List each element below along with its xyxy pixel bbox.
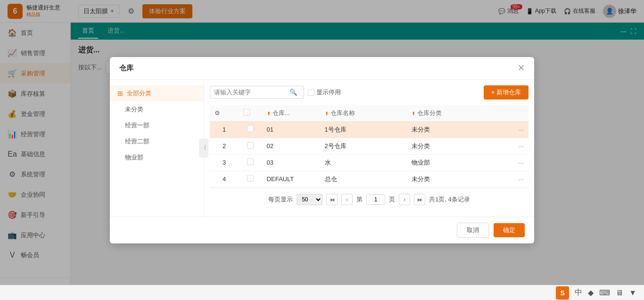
row-num: 1 <box>210 121 239 138</box>
row-actions: ··· <box>494 171 528 187</box>
table-row[interactable]: 3 03 水 物业部 ··· <box>210 154 528 171</box>
table-body: 1 01 1号仓库 未分类 ··· 2 02 2号仓库 未分类 ··· 3 03… <box>210 121 528 187</box>
total-info: 共1页, 4条记录 <box>429 195 470 204</box>
page-prev-button[interactable]: ‹ <box>341 194 353 205</box>
modal-right-content: 🔍 显示停用 + 新增仓库 ⚙ <box>204 80 534 217</box>
tree-collapse-button[interactable]: 《 <box>199 139 208 158</box>
modal-search-bar: 🔍 显示停用 + 新增仓库 <box>210 85 528 100</box>
modal-close-button[interactable]: ✕ <box>518 64 525 72</box>
modal-title: 仓库 <box>119 64 133 73</box>
tree-item-operation1[interactable]: 经营一部 <box>110 117 204 133</box>
table-container: ⚙ ⬆仓库... ⬆仓库名称 <box>210 105 528 188</box>
modal-body: 《 ⊞ 全部分类 未分类 经营一部 经营二部 物业部 🔍 <box>110 80 534 217</box>
ellipsis-button[interactable]: ··· <box>518 159 524 167</box>
per-page-label: 每页显示 <box>268 195 293 204</box>
page-last-button[interactable]: ⏭ <box>414 194 425 205</box>
monitor-icon[interactable]: 🖥 <box>616 289 623 297</box>
show-disabled-label[interactable]: 显示停用 <box>308 88 341 97</box>
row-num: 3 <box>210 154 239 171</box>
modal-overlay: 仓库 ✕ 《 ⊞ 全部分类 未分类 经营一部 经营二部 物业部 <box>0 0 644 300</box>
page-next-button[interactable]: › <box>399 194 410 205</box>
row-num: 2 <box>210 138 239 154</box>
row-actions: ··· <box>494 138 528 154</box>
search-input-wrap: 🔍 <box>210 86 304 99</box>
col-cat-header: ⬆仓库分类 <box>407 105 494 122</box>
row-checkbox-cell <box>239 171 262 187</box>
search-button[interactable]: 🔍 <box>286 86 301 98</box>
row-code: 03 <box>262 154 320 171</box>
ellipsis-button[interactable]: ··· <box>518 126 524 133</box>
row-num: 4 <box>210 171 239 187</box>
row-checkbox[interactable] <box>247 158 254 165</box>
row-checkbox-cell <box>239 138 262 154</box>
row-code: DEFAULT <box>262 171 320 187</box>
page-first-button[interactable]: ⏮ <box>326 194 338 205</box>
page-label2: 页 <box>389 195 395 204</box>
warehouse-modal: 仓库 ✕ 《 ⊞ 全部分类 未分类 经营一部 经营二部 物业部 <box>110 57 534 243</box>
keyboard-icon[interactable]: ⌨ <box>599 288 610 297</box>
bottom-bar: S 中 ◆ ⌨ 🖥 ▼ <box>0 285 644 300</box>
table-row[interactable]: 4 DEFAULT 总仓 未分类 ··· <box>210 171 528 187</box>
tree-item-unclassified[interactable]: 未分类 <box>110 101 204 117</box>
row-name: 1号仓库 <box>320 121 407 138</box>
diamond-icon[interactable]: ◆ <box>588 288 594 297</box>
table-row[interactable]: 1 01 1号仓库 未分类 ··· <box>210 121 528 138</box>
col-extra-header <box>494 105 528 122</box>
tree-item-property[interactable]: 物业部 <box>110 150 204 166</box>
table-header: ⚙ ⬆仓库... ⬆仓库名称 <box>210 105 528 122</box>
col-code-header: ⬆仓库... <box>262 105 320 122</box>
s-logo: S <box>556 286 569 300</box>
sort-icon2: ⬆ <box>325 111 329 116</box>
modal-footer: 取消 确定 <box>110 217 534 243</box>
row-actions: ··· <box>494 121 528 138</box>
row-checkbox[interactable] <box>247 125 254 132</box>
row-checkbox-cell <box>239 121 262 138</box>
row-category: 未分类 <box>407 138 494 154</box>
add-warehouse-button[interactable]: + 新增仓库 <box>484 85 528 100</box>
warehouse-table: ⚙ ⬆仓库... ⬆仓库名称 <box>210 105 528 188</box>
row-checkbox[interactable] <box>247 142 254 149</box>
row-checkbox-cell <box>239 154 262 171</box>
row-code: 02 <box>262 138 320 154</box>
tree-item-operation2[interactable]: 经营二部 <box>110 133 204 150</box>
modal-header: 仓库 ✕ <box>110 57 534 80</box>
sort-icon: ⬆ <box>267 111 271 116</box>
sort-icon3: ⬆ <box>412 111 415 116</box>
row-actions: ··· <box>494 154 528 171</box>
row-code: 01 <box>262 121 320 138</box>
confirm-button[interactable]: 确定 <box>494 223 525 237</box>
col-check-header <box>239 105 262 122</box>
row-name: 总仓 <box>320 171 407 187</box>
page-label: 第 <box>356 195 363 204</box>
grid-icon: ⊞ <box>117 90 123 97</box>
tree-item-label: 全部分类 <box>127 89 151 98</box>
row-category: 未分类 <box>407 121 494 138</box>
row-category: 物业部 <box>407 154 494 171</box>
col-name-header: ⬆仓库名称 <box>320 105 407 122</box>
page-number-input[interactable] <box>366 194 385 205</box>
arrow-icon[interactable]: ▼ <box>629 289 636 297</box>
ellipsis-button[interactable]: ··· <box>518 175 524 183</box>
ellipsis-button[interactable]: ··· <box>518 142 524 150</box>
gear-icon: ⚙ <box>215 109 220 117</box>
chinese-icon[interactable]: 中 <box>575 288 582 298</box>
modal-left-tree: 《 ⊞ 全部分类 未分类 经营一部 经营二部 物业部 <box>110 80 204 217</box>
row-checkbox[interactable] <box>247 175 254 182</box>
tree-item-all[interactable]: ⊞ 全部分类 <box>110 85 204 101</box>
cancel-button[interactable]: 取消 <box>457 223 489 238</box>
col-setting-header: ⚙ <box>210 105 239 122</box>
show-disabled-checkbox[interactable] <box>308 89 314 96</box>
per-page-select[interactable]: 50 20 100 <box>297 194 322 205</box>
search-input[interactable] <box>210 86 286 98</box>
modal-pagination: 每页显示 50 20 100 ⏮ ‹ 第 页 › ⏭ 共1页, 4条记录 <box>210 188 528 211</box>
row-name: 2号仓库 <box>320 138 407 154</box>
select-all-checkbox[interactable] <box>243 109 250 116</box>
row-category: 未分类 <box>407 171 494 187</box>
table-row[interactable]: 2 02 2号仓库 未分类 ··· <box>210 138 528 154</box>
row-name: 水 <box>320 154 407 171</box>
